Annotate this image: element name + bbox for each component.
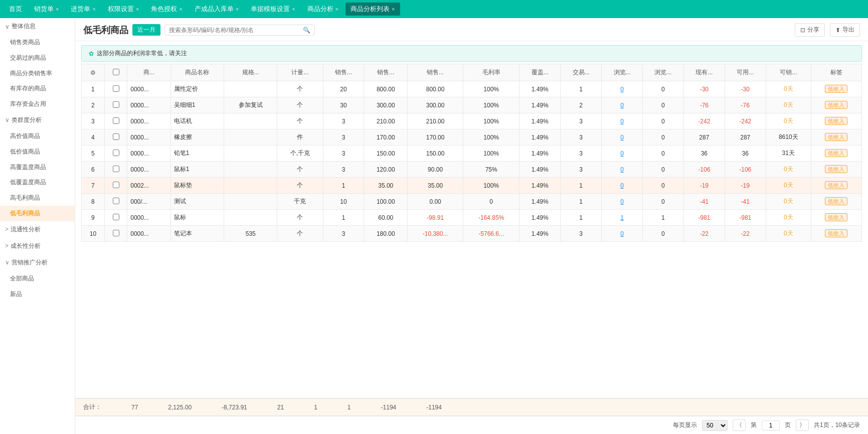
nav-item-商品分析[interactable]: 商品分析× bbox=[302, 3, 343, 16]
row-views1[interactable]: 0 bbox=[602, 162, 643, 178]
row-checkbox[interactable] bbox=[104, 113, 127, 129]
sidebar-item-有库存的商品[interactable]: 有库存的商品 bbox=[0, 81, 75, 96]
row-tradetimes: 1 bbox=[561, 210, 602, 226]
next-page-btn[interactable]: 〉 bbox=[796, 419, 809, 431]
close-icon[interactable]: × bbox=[236, 6, 239, 12]
share-button[interactable]: ⊡ 分享 bbox=[795, 23, 825, 37]
close-icon[interactable]: × bbox=[92, 6, 95, 12]
row-saleabledays: 31天 bbox=[766, 146, 811, 162]
sidebar-item-交易过的商品[interactable]: 交易过的商品 bbox=[0, 50, 75, 66]
row-views1[interactable]: 0 bbox=[602, 146, 643, 162]
sidebar-item-低价值商品[interactable]: 低价值商品 bbox=[0, 144, 75, 160]
row-views1[interactable]: 0 bbox=[602, 194, 643, 210]
per-page-select[interactable]: 50 100 200 bbox=[702, 420, 728, 431]
sidebar-item-高覆盖度商品[interactable]: 高覆盖度商品 bbox=[0, 160, 75, 175]
row-views1[interactable]: 0 bbox=[602, 113, 643, 129]
close-icon[interactable]: × bbox=[136, 6, 139, 12]
nav-item-商品分析列表[interactable]: 商品分析列表× bbox=[345, 3, 400, 16]
select-all-checkbox[interactable] bbox=[113, 69, 119, 75]
close-icon[interactable]: × bbox=[392, 6, 395, 12]
row-select-checkbox[interactable] bbox=[113, 101, 119, 108]
nav-item-单据模板设置[interactable]: 单据模板设置× bbox=[246, 3, 300, 16]
row-tradetimes: 3 bbox=[561, 113, 602, 129]
row-usablestock: -22 bbox=[725, 226, 766, 242]
sidebar-item-低覆盖度商品[interactable]: 低覆盖度商品 bbox=[0, 175, 75, 190]
row-usablestock: -30 bbox=[725, 81, 766, 97]
nav-item-权限设置[interactable]: 权限设置× bbox=[103, 3, 144, 16]
row-checkbox[interactable] bbox=[104, 97, 127, 113]
sidebar-item-商品分类销售率[interactable]: 商品分类销售率 bbox=[0, 66, 75, 81]
row-checkbox[interactable] bbox=[104, 210, 127, 226]
close-icon[interactable]: × bbox=[335, 6, 338, 12]
sidebar-group-类群度分析[interactable]: ∨类群度分析 bbox=[0, 112, 75, 128]
row-select-checkbox[interactable] bbox=[113, 117, 119, 124]
search-input[interactable] bbox=[169, 27, 301, 34]
row-views1[interactable]: 0 bbox=[602, 129, 643, 146]
close-icon[interactable]: × bbox=[56, 6, 59, 12]
sidebar-group-整体信息[interactable]: ∨整体信息 bbox=[0, 18, 75, 35]
search-box: 🔍 bbox=[164, 25, 315, 36]
row-name: 鼠标 bbox=[170, 210, 224, 226]
row-select-checkbox[interactable] bbox=[113, 182, 119, 188]
row-spec bbox=[224, 210, 277, 226]
close-icon[interactable]: × bbox=[292, 6, 295, 12]
row-views1[interactable]: 0 bbox=[602, 81, 643, 97]
tag-badge: 低收入 bbox=[825, 117, 847, 125]
row-salesprofit: 210.00 bbox=[408, 113, 463, 129]
row-saleabledays: 0天 bbox=[766, 178, 811, 194]
row-checkbox[interactable] bbox=[104, 146, 127, 162]
table-row: 3 0000... 电话机 个 3 210.00 210.00 100% 1.4… bbox=[82, 113, 862, 129]
row-select-checkbox[interactable] bbox=[113, 214, 119, 220]
sidebar-item-高毛利商品[interactable]: 高毛利商品 bbox=[0, 190, 75, 206]
row-checkbox[interactable] bbox=[104, 162, 127, 178]
nav-item-首页[interactable]: 首页 bbox=[4, 3, 27, 16]
row-unit: 个 bbox=[277, 210, 323, 226]
row-views1[interactable]: 1 bbox=[602, 210, 643, 226]
sidebar-item-全部商品[interactable]: 全部商品 bbox=[0, 271, 75, 286]
row-salesqty: 3 bbox=[323, 146, 364, 162]
period-button[interactable]: 近一月 bbox=[132, 24, 160, 36]
export-button[interactable]: ⬆ 导出 bbox=[830, 23, 860, 37]
prev-page-btn[interactable]: 〈 bbox=[733, 419, 746, 431]
sidebar-item-高价值商品[interactable]: 高价值商品 bbox=[0, 128, 75, 144]
row-saleabledays: 0天 bbox=[766, 162, 811, 178]
row-checkbox[interactable] bbox=[104, 129, 127, 146]
sidebar-item-低毛利商品[interactable]: 低毛利商品 bbox=[0, 206, 75, 221]
row-select-checkbox[interactable] bbox=[113, 166, 119, 172]
sidebar-group-成长性分析[interactable]: >成长性分析 bbox=[0, 238, 75, 254]
col-settings[interactable]: ⚙ bbox=[82, 64, 105, 81]
row-salesqty: 3 bbox=[323, 162, 364, 178]
row-select-checkbox[interactable] bbox=[113, 150, 119, 156]
search-icon[interactable]: 🔍 bbox=[303, 27, 310, 34]
sidebar-group-营销推广分析[interactable]: ∨营销推广分析 bbox=[0, 254, 75, 271]
row-checkbox[interactable] bbox=[104, 178, 127, 194]
row-checkbox[interactable] bbox=[104, 81, 127, 97]
page-number-input[interactable] bbox=[762, 420, 780, 430]
row-views1[interactable]: 0 bbox=[602, 178, 643, 194]
nav-item-销货单[interactable]: 销货单× bbox=[29, 3, 64, 16]
nav-item-进货单[interactable]: 进货单× bbox=[66, 3, 100, 16]
row-checkbox[interactable] bbox=[104, 226, 127, 242]
row-coverage: 1.49% bbox=[519, 178, 561, 194]
sidebar-group-流通性分析[interactable]: >流通性分析 bbox=[0, 221, 75, 238]
row-views1[interactable]: 0 bbox=[602, 226, 643, 242]
sidebar-item-新品[interactable]: 新品 bbox=[0, 286, 75, 302]
row-views1[interactable]: 0 bbox=[602, 97, 643, 113]
row-grossrate: 100% bbox=[463, 81, 519, 97]
row-select-checkbox[interactable] bbox=[113, 133, 119, 140]
nav-item-角色授权[interactable]: 角色授权× bbox=[146, 3, 187, 16]
row-tradetimes: 1 bbox=[561, 178, 602, 194]
sidebar-item-销售类商品[interactable]: 销售类商品 bbox=[0, 35, 75, 50]
table-row: 8 000/... 测试 千克 10 100.00 0.00 0 1.49% 1… bbox=[82, 194, 862, 210]
close-icon[interactable]: × bbox=[179, 6, 182, 12]
row-tag: 低收入 bbox=[811, 194, 861, 210]
row-select-checkbox[interactable] bbox=[113, 230, 119, 236]
sidebar-item-库存资金占用[interactable]: 库存资金占用 bbox=[0, 96, 75, 112]
nav-item-产成品入库单[interactable]: 产成品入库单× bbox=[190, 3, 244, 16]
row-code: 0000... bbox=[127, 81, 171, 97]
col-saleabledays: 可销... bbox=[766, 64, 811, 81]
table-footer: 合计： 77 2,125.00 -8,723.91 21 1 1 -1194 -… bbox=[75, 398, 868, 416]
row-select-checkbox[interactable] bbox=[113, 85, 119, 92]
row-checkbox[interactable] bbox=[104, 194, 127, 210]
row-select-checkbox[interactable] bbox=[113, 198, 119, 204]
